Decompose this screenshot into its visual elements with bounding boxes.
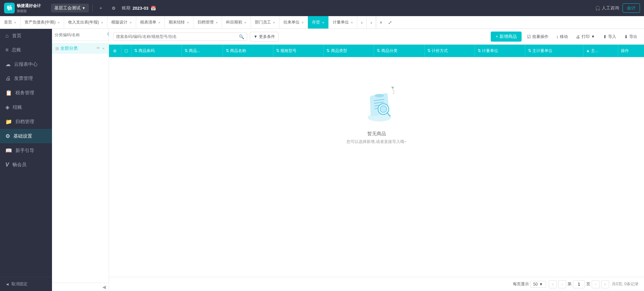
search-icon[interactable]: 🔍 [239,34,244,39]
page-first-button[interactable]: « [549,280,557,288]
sidebar-item-tax[interactable]: 📋 税务管理 [0,86,52,100]
batch-action-button[interactable]: ☑ 批量操作 [524,33,551,41]
tab-balance-close[interactable]: × [57,20,59,25]
th-main-unit[interactable]: ⇅ 主计量单位 [525,45,583,57]
th-type[interactable]: ⇅ 商品类型 [324,45,374,57]
th-code[interactable]: ⇅ 商品... [181,45,223,57]
filter-label: 更多条件 [259,34,275,40]
tab-expand-button[interactable]: ⤢ [385,16,395,29]
tab-home-close[interactable]: × [14,20,16,25]
tab-balance[interactable]: 资产负债表(中期) × [20,16,64,29]
tab-prev-button[interactable]: ‹ [357,16,367,29]
tab-income-close[interactable]: × [101,20,103,25]
page-unit: 页 [586,281,590,287]
page-size-selector[interactable]: 50 ▼ [530,281,546,288]
th-price-method[interactable]: ⇅ 计价方式 [424,45,475,57]
calendar-icon[interactable]: 📅 [151,6,156,11]
sidebar-item-settings[interactable]: ⚙ 基础设置 [0,129,52,143]
tab-close-all-button[interactable]: × [376,16,385,29]
page-prev-button[interactable]: ‹ [558,280,566,288]
sidebar-item-ledger-label: 总账 [12,47,21,53]
grid-icon: ⊞ [55,46,59,51]
sidebar-item-archive[interactable]: 📁 归档管理 [0,114,52,129]
newbie-icon: 📖 [5,147,12,154]
add-tab-button[interactable]: ＋ [96,4,106,12]
import-action-button[interactable]: ⬆ 导入 [600,33,619,41]
move-action-button[interactable]: ↕ 移动 [554,33,571,41]
tab-dept[interactable]: 部门员工 × [251,16,279,29]
th-settings[interactable]: ⚙ [109,45,121,57]
tab-taxclear-close[interactable]: × [158,20,160,25]
sidebar-item-home[interactable]: ⌂ 首页 [0,29,52,43]
th-unit[interactable]: ⇅ 计量单位 [475,45,525,57]
tab-income[interactable]: 收入支出表(年报) × [64,16,107,29]
tab-next-button[interactable]: › [367,16,376,29]
tab-subject[interactable]: 科目期初 × [222,16,251,29]
tab-partner-close[interactable]: × [302,20,304,25]
tab-archive-label: 归档管理 [198,19,214,25]
sidebar-item-home-label: 首页 [12,33,21,39]
th-name[interactable]: ⇅ 商品名称 [223,45,273,57]
th-col3[interactable]: ▲ 主... [583,45,618,57]
th-barcode[interactable]: ⇅ 商品条码 [131,45,181,57]
sidebar-item-ledger[interactable]: ≡ 总账 [0,43,52,57]
logo-area: 畅 畅捷通好会计 旗舰版 [4,3,48,13]
tab-archive-close[interactable]: × [216,20,218,25]
page-next-button[interactable]: › [592,280,600,288]
svg-point-7 [380,106,387,112]
category-search-input[interactable] [55,33,105,37]
tab-partner[interactable]: 往来单位 × [279,16,308,29]
tab-taxclear[interactable]: 税表清单 × [136,16,165,29]
tab-template[interactable]: 模版设计 × [107,16,136,29]
tab-dept-close[interactable]: × [273,20,275,25]
category-all-item[interactable]: ⊞ 全部分类 ✏ ＋ [52,43,109,54]
tab-period-close[interactable]: × [187,20,189,25]
tab-unit-label: 计量单位 [333,19,349,25]
page-nav: « ‹ 第 页 › » [549,280,609,288]
sidebar-item-reports[interactable]: ☁ 云报表中心 [0,57,52,71]
unpin-label: 取消固定 [11,281,28,287]
import-icon: ⬆ [603,34,607,39]
add-category-icon[interactable]: ＋ [101,46,105,51]
tab-period[interactable]: 期末结转 × [165,16,193,29]
account-button[interactable]: 会计 [623,3,640,13]
page-input[interactable] [573,280,585,288]
export-action-button[interactable]: ⬇ 导出 [622,33,640,41]
print-action-button[interactable]: 🖨 打印 ▼ [573,33,598,41]
sidebar-item-settle[interactable]: ◈ 结账 [0,100,52,114]
tab-inventory[interactable]: 存货 × [308,16,328,29]
company-selector[interactable]: 基层工会测试 ▼ [51,4,89,12]
print-dropdown-icon: ▼ [591,34,595,39]
add-product-button[interactable]: + 新增商品 [491,32,521,42]
tab-archive[interactable]: 归档管理 × [194,16,222,29]
add-product-label: + 新增商品 [495,34,517,40]
search-input[interactable] [116,34,237,39]
empty-title: 暂无商品 [367,131,386,137]
tab-unit[interactable]: 计量单位 × [329,16,357,29]
consult-button[interactable]: 🎧 人工咨询 [595,5,619,11]
sidebar-item-member[interactable]: V 畅会员 [0,158,52,172]
page-size-area: 每页显示 50 ▼ [513,281,546,288]
sidebar-item-newbie[interactable]: 📖 新手引导 [0,143,52,158]
tab-template-close[interactable]: × [129,20,131,25]
tab-income-label: 收入支出表(年报) [68,19,99,25]
th-checkbox[interactable]: ☐ [121,45,131,57]
th-spec[interactable]: ⇅ 规格型号 [273,45,324,57]
filter-button[interactable]: ▼ 更多条件 [250,32,279,42]
product-table: ⚙ ☐ ⇅ 商品条码 ⇅ 商品... ⇅ 商品名称 [109,45,644,57]
tab-subject-close[interactable]: × [244,20,246,25]
unpin-button[interactable]: ◄ 取消固定 [0,277,52,291]
settings-button[interactable]: ⚙ [109,4,118,12]
move-icon: ↕ [556,34,559,39]
page-last-button[interactable]: » [601,280,609,288]
edit-category-icon[interactable]: ✏ [97,46,100,51]
th-category[interactable]: ⇅ 商品分类 [374,45,424,57]
collapse-panel-icon[interactable]: ◀ [102,284,106,290]
th-price-sort: ⇅ [427,48,431,53]
headset-icon: 🎧 [595,6,600,11]
sidebar-item-archive-label: 归档管理 [15,119,34,125]
tab-inventory-close[interactable]: × [322,20,324,25]
sidebar-item-invoice[interactable]: 🖨 发票管理 [0,71,52,86]
tab-home[interactable]: 首页 × [0,16,20,29]
tab-unit-close[interactable]: × [351,20,353,25]
